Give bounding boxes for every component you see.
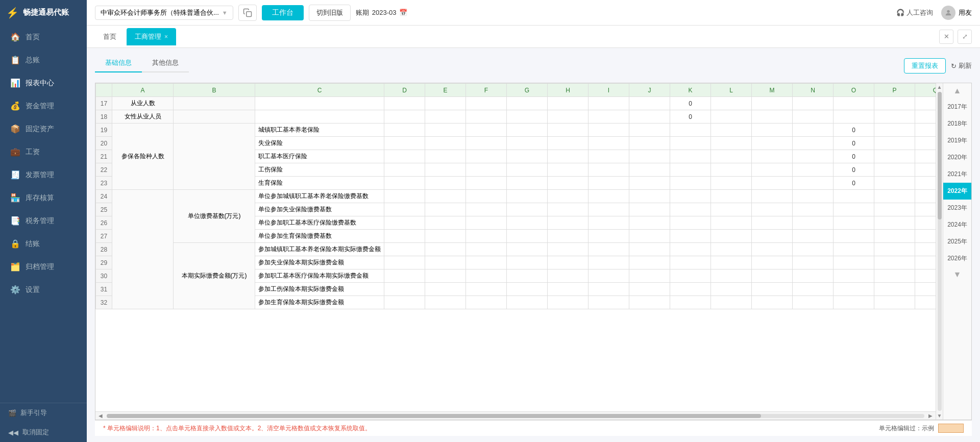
cell-21-N[interactable] bbox=[793, 150, 834, 163]
cell-31-L[interactable] bbox=[711, 283, 752, 296]
spreadsheet-main[interactable]: ABCDEFGHIJKLMNOPQ 17从业人数018女性从业人员019参保各险… bbox=[95, 83, 936, 411]
cell-21-Q[interactable] bbox=[915, 150, 936, 163]
cell-27-H[interactable] bbox=[548, 230, 589, 243]
cell-30-K[interactable] bbox=[670, 269, 711, 283]
cell-28-M[interactable] bbox=[752, 243, 793, 256]
cell-26-L[interactable] bbox=[711, 216, 752, 230]
cell-19-L[interactable] bbox=[711, 124, 752, 137]
cell-28-C[interactable]: 参加城镇职工基本养老保险本期实际缴费金额 bbox=[255, 243, 384, 256]
tab-home[interactable]: 首页 bbox=[95, 28, 125, 45]
cell-24-A[interactable] bbox=[112, 190, 174, 309]
cell-32-C[interactable]: 参加生育保险本期实际缴费金额 bbox=[255, 296, 384, 309]
cell-31-I[interactable] bbox=[589, 283, 629, 296]
cell-28-B[interactable]: 本期实际缴费金额(万元) bbox=[174, 243, 255, 309]
cell-25-K[interactable] bbox=[670, 203, 711, 216]
cell-26-D[interactable] bbox=[384, 216, 425, 230]
cell-30-L[interactable] bbox=[711, 269, 752, 283]
cell-28-P[interactable] bbox=[874, 243, 915, 256]
cell-19-Q[interactable] bbox=[915, 124, 936, 137]
cell-22-D[interactable] bbox=[384, 163, 425, 177]
cell-17-G[interactable] bbox=[507, 97, 548, 110]
cell-27-G[interactable] bbox=[507, 230, 548, 243]
cell-23-D[interactable] bbox=[384, 177, 425, 190]
cell-22-L[interactable] bbox=[711, 163, 752, 177]
cell-25-D[interactable] bbox=[384, 203, 425, 216]
cell-28-I[interactable] bbox=[589, 243, 629, 256]
cell-31-F[interactable] bbox=[466, 283, 507, 296]
cell-29-G[interactable] bbox=[507, 256, 548, 269]
cell-24-C[interactable]: 单位参加城镇职工基本养老保险缴费基数 bbox=[255, 190, 384, 203]
cell-30-G[interactable] bbox=[507, 269, 548, 283]
cell-23-P[interactable] bbox=[874, 177, 915, 190]
cell-31-C[interactable]: 参加工伤保险本期实际缴费金额 bbox=[255, 283, 384, 296]
cell-30-I[interactable] bbox=[589, 269, 629, 283]
cell-29-F[interactable] bbox=[466, 256, 507, 269]
sidebar-item-home[interactable]: 🏠 首页 bbox=[0, 26, 87, 48]
cell-19-G[interactable] bbox=[507, 124, 548, 137]
cell-20-O[interactable]: 0 bbox=[834, 137, 874, 150]
cell-25-M[interactable] bbox=[752, 203, 793, 216]
cell-23-H[interactable] bbox=[548, 177, 589, 190]
cell-29-H[interactable] bbox=[548, 256, 589, 269]
cell-19-F[interactable] bbox=[466, 124, 507, 137]
year-item-2026年[interactable]: 2026年 bbox=[943, 250, 971, 267]
cell-26-M[interactable] bbox=[752, 216, 793, 230]
cell-27-E[interactable] bbox=[425, 230, 466, 243]
user-menu[interactable]: 用友 bbox=[941, 6, 972, 20]
cell-19-E[interactable] bbox=[425, 124, 466, 137]
cell-30-J[interactable] bbox=[629, 269, 670, 283]
cell-28-N[interactable] bbox=[793, 243, 834, 256]
cell-26-J[interactable] bbox=[629, 216, 670, 230]
cell-21-L[interactable] bbox=[711, 150, 752, 163]
cell-17-B[interactable] bbox=[174, 97, 255, 110]
cell-30-E[interactable] bbox=[425, 269, 466, 283]
cell-24-P[interactable] bbox=[874, 190, 915, 203]
cell-23-G[interactable] bbox=[507, 177, 548, 190]
cell-28-H[interactable] bbox=[548, 243, 589, 256]
cell-23-M[interactable] bbox=[752, 177, 793, 190]
cell-24-L[interactable] bbox=[711, 190, 752, 203]
cell-27-I[interactable] bbox=[589, 230, 629, 243]
cell-32-G[interactable] bbox=[507, 296, 548, 309]
cell-32-M[interactable] bbox=[752, 296, 793, 309]
cell-23-K[interactable] bbox=[670, 177, 711, 190]
cell-28-D[interactable] bbox=[384, 243, 425, 256]
cell-25-L[interactable] bbox=[711, 203, 752, 216]
cell-24-Q[interactable] bbox=[915, 190, 936, 203]
cell-27-D[interactable] bbox=[384, 230, 425, 243]
cell-28-O[interactable] bbox=[834, 243, 874, 256]
sidebar-item-inventory[interactable]: 🏪 库存核算 bbox=[0, 186, 87, 209]
sidebar-item-ledger[interactable]: 📋 总账 bbox=[0, 48, 87, 71]
cell-21-C[interactable]: 职工基本医疗保险 bbox=[255, 150, 384, 163]
cell-18-L[interactable] bbox=[711, 110, 752, 124]
tab-close-button[interactable]: ✕ bbox=[939, 30, 953, 44]
cell-21-H[interactable] bbox=[548, 150, 589, 163]
cell-17-Q[interactable] bbox=[915, 97, 936, 110]
cell-18-I[interactable] bbox=[589, 110, 629, 124]
cell-23-N[interactable] bbox=[793, 177, 834, 190]
horizontal-scrollbar[interactable]: ◀ ▶ bbox=[95, 411, 936, 420]
cell-22-Q[interactable] bbox=[915, 163, 936, 177]
scroll-right-arrow[interactable]: ▶ bbox=[926, 413, 935, 419]
cell-26-K[interactable] bbox=[670, 216, 711, 230]
cell-20-M[interactable] bbox=[752, 137, 793, 150]
cell-17-L[interactable] bbox=[711, 97, 752, 110]
cell-29-Q[interactable] bbox=[915, 256, 936, 269]
cell-22-H[interactable] bbox=[548, 163, 589, 177]
cell-31-E[interactable] bbox=[425, 283, 466, 296]
cell-30-N[interactable] bbox=[793, 269, 834, 283]
cell-21-K[interactable] bbox=[670, 150, 711, 163]
cell-20-C[interactable]: 失业保险 bbox=[255, 137, 384, 150]
scroll-up-arrow[interactable]: ▲ bbox=[936, 83, 943, 91]
cell-19-B[interactable] bbox=[174, 124, 255, 190]
cell-20-Q[interactable] bbox=[915, 137, 936, 150]
cell-32-L[interactable] bbox=[711, 296, 752, 309]
year-item-2018年[interactable]: 2018年 bbox=[943, 115, 971, 132]
cell-17-H[interactable] bbox=[548, 97, 589, 110]
cell-29-L[interactable] bbox=[711, 256, 752, 269]
year-up-button[interactable]: ▲ bbox=[943, 83, 971, 99]
cell-30-Q[interactable] bbox=[915, 269, 936, 283]
cell-32-O[interactable] bbox=[834, 296, 874, 309]
cell-20-D[interactable] bbox=[384, 137, 425, 150]
cell-31-G[interactable] bbox=[507, 283, 548, 296]
